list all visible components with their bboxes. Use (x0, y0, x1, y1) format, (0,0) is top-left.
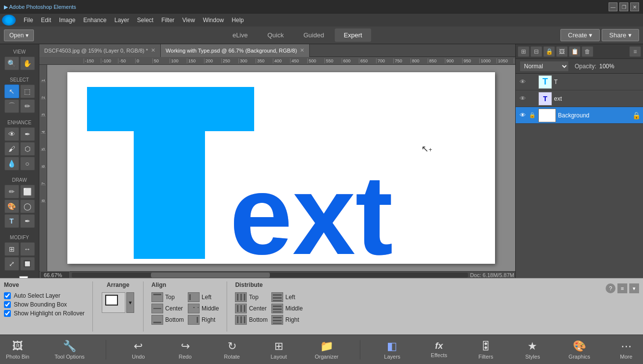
main-canvas[interactable]: ext ext ↖+ (67, 72, 495, 264)
dist-middle-btn[interactable]: Middle (271, 304, 302, 313)
background-color-swatch[interactable] (19, 276, 28, 278)
panel-btn-3[interactable]: 🔒 (543, 46, 555, 57)
minimize-button[interactable]: — (609, 2, 617, 11)
panel-btn-6[interactable]: 🗑 (582, 46, 593, 57)
blur-tool[interactable]: ⬡ (20, 142, 35, 156)
move-tool[interactable]: ↖ (4, 84, 19, 98)
dock-redo[interactable]: ↪ Redo (171, 338, 200, 362)
dock-layers[interactable]: ◧ Layers (378, 338, 407, 362)
horizontal-scrollbar[interactable]: 66.67% Doc: 6.18M/5.87M (39, 271, 515, 278)
align-top-btn[interactable]: Top (151, 292, 184, 302)
panel-btn-5[interactable]: 📋 (569, 46, 581, 57)
menu-help[interactable]: Help (228, 16, 248, 25)
menu-image[interactable]: Image (55, 16, 79, 25)
menu-filter[interactable]: Filter (157, 16, 178, 25)
dock-photo-bin[interactable]: 🖼 Photo Bin (2, 338, 33, 362)
menu-view[interactable]: View (178, 16, 199, 25)
lasso-tool[interactable]: ⌒ (4, 99, 19, 113)
tab-working-type[interactable]: Working with Type.psd @ 66.7% (Backgroun… (161, 44, 310, 57)
marquee-tool[interactable]: ⬚ (20, 84, 35, 98)
window-controls[interactable]: — ❐ ✕ (609, 2, 639, 11)
align-left-btn[interactable]: Left (188, 292, 219, 302)
panel-btn-4[interactable]: 🖼 (556, 46, 568, 57)
eraser-tool[interactable]: ⬜ (20, 185, 35, 198)
dock-effects[interactable]: fx Effects (424, 339, 454, 360)
content-aware-tool[interactable]: ⤢ (4, 257, 19, 271)
layer-visibility-bg[interactable]: 👁 (519, 112, 526, 119)
shape-tool[interactable]: ◯ (20, 199, 35, 213)
align-right-btn[interactable]: Right (188, 315, 219, 325)
options-expand-btn[interactable]: ▾ (629, 283, 639, 293)
layer-item-ext[interactable]: 👁 T ext (516, 90, 643, 107)
heal-tool[interactable]: ✒ (20, 127, 35, 141)
tab-close-2[interactable]: ✕ (300, 47, 304, 54)
dist-bottom-btn[interactable]: Bottom (235, 315, 267, 325)
dist-center-btn[interactable]: Center (235, 304, 267, 313)
straighten-tool[interactable]: ↔ (20, 242, 35, 256)
type-tool[interactable]: T (4, 214, 19, 228)
quick-select-tool[interactable]: ✏ (20, 99, 35, 113)
tab-dscf[interactable]: DSCF4503.jpg @ 159% (Layer 0, RGB/8) * ✕ (39, 44, 161, 57)
canvas-wrapper[interactable]: ext ext ↖+ (47, 65, 515, 271)
help-btn[interactable]: ? (606, 283, 615, 293)
open-button[interactable]: Open ▾ (4, 29, 34, 41)
dodge-tool[interactable]: ○ (20, 157, 35, 170)
panel-menu-btn[interactable]: ≡ (629, 46, 641, 57)
recompose-tool[interactable]: 🔲 (20, 257, 35, 271)
dock-styles[interactable]: ★ Styles (518, 338, 547, 362)
dist-right-btn[interactable]: Right (271, 315, 302, 325)
dock-layout[interactable]: ⊞ Layout (264, 338, 293, 362)
red-eye-tool[interactable]: 👁 (4, 127, 19, 141)
options-menu-btn[interactable]: ≡ (617, 283, 627, 293)
menu-file[interactable]: File (20, 16, 37, 25)
layer-item-background[interactable]: 👁 🔒 Background 🔒 (516, 107, 643, 124)
dock-rotate[interactable]: ↻ Rotate (217, 338, 247, 362)
dock-organizer[interactable]: 📁 Organizer (311, 338, 342, 362)
hand-tool[interactable]: ✋ (20, 56, 35, 70)
sponge-tool[interactable]: 💧 (4, 157, 19, 170)
pen-tool[interactable]: ✒ (20, 214, 35, 228)
panel-btn-1[interactable]: ⊞ (518, 46, 529, 57)
auto-select-checkbox[interactable] (4, 292, 11, 299)
restore-button[interactable]: ❐ (619, 2, 628, 11)
paint-bucket-tool[interactable]: 🎨 (4, 199, 19, 213)
clone-tool[interactable]: 🖌 (4, 142, 19, 156)
tab-quick[interactable]: Quick (259, 28, 292, 42)
tab-elive[interactable]: eLive (224, 28, 257, 42)
close-button[interactable]: ✕ (630, 2, 639, 11)
menu-select[interactable]: Select (133, 16, 157, 25)
crop-tool[interactable]: ⊞ (4, 242, 19, 256)
highlight-checkbox[interactable] (4, 310, 11, 317)
scroll-thumb-h[interactable] (151, 273, 270, 278)
menu-enhance[interactable]: Enhance (79, 16, 110, 25)
arrange-preview-btn[interactable] (102, 292, 125, 313)
blend-mode-select[interactable]: Normal Multiply Screen Overlay (520, 61, 569, 72)
tab-guided[interactable]: Guided (294, 28, 333, 42)
scroll-track-h[interactable] (72, 273, 468, 278)
dock-filters[interactable]: 🎛 Filters (471, 338, 500, 362)
panel-btn-2[interactable]: ⊟ (530, 46, 542, 57)
arrange-dropdown-btn[interactable]: ▾ (126, 292, 134, 313)
dist-top-btn[interactable]: Top (235, 292, 267, 302)
align-middle-btn[interactable]: Middle (188, 304, 219, 313)
layer-visibility-ext[interactable]: 👁 (519, 95, 526, 103)
brush-tool[interactable]: ✏ (4, 185, 19, 198)
dock-graphics[interactable]: 🎨 Graphics (565, 338, 594, 362)
menu-layer[interactable]: Layer (111, 16, 133, 25)
align-bottom-btn[interactable]: Bottom (151, 315, 184, 325)
zoom-tool[interactable]: 🔍 (4, 56, 19, 70)
tab-expert[interactable]: Expert (335, 28, 371, 42)
create-button[interactable]: Create ▾ (560, 29, 600, 41)
layer-visibility-t[interactable]: 👁 (519, 78, 526, 86)
align-center-btn[interactable]: Center (151, 304, 184, 313)
layer-item-t[interactable]: 👁 T T (516, 74, 643, 90)
dock-more[interactable]: ⋯ More (612, 338, 641, 362)
tab-close-1[interactable]: ✕ (151, 47, 155, 54)
dock-undo[interactable]: ↩ Undo (123, 338, 153, 362)
share-button[interactable]: Share ▾ (602, 29, 639, 41)
dist-left-btn[interactable]: Left (271, 292, 302, 302)
menu-edit[interactable]: Edit (37, 16, 55, 25)
dock-tool-options[interactable]: 🔧 Tool Options (51, 338, 88, 362)
menu-window[interactable]: Window (199, 16, 228, 25)
bounding-box-checkbox[interactable] (4, 301, 11, 308)
